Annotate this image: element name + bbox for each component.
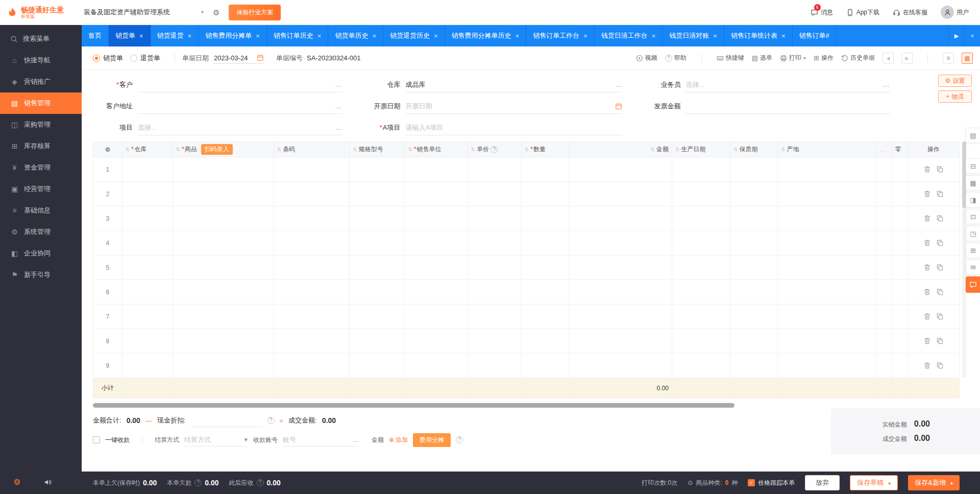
sort-icon[interactable]: ⇅: [471, 147, 475, 152]
grid-cell[interactable]: [405, 329, 468, 354]
grid-cell[interactable]: [122, 304, 173, 329]
grid-cell[interactable]: [569, 157, 672, 182]
more-icon[interactable]: …: [880, 147, 886, 153]
pick-doc-button[interactable]: ▤ 选单: [752, 54, 772, 62]
grid-cell[interactable]: [521, 304, 569, 329]
copy-row-icon[interactable]: [936, 264, 944, 271]
messages-button[interactable]: 6 消息: [811, 8, 833, 17]
prev-doc-icon[interactable]: ◀: [883, 53, 894, 64]
tab-home[interactable]: 首页: [82, 25, 109, 46]
delete-row-icon[interactable]: [923, 362, 931, 369]
grid-cell[interactable]: [778, 231, 876, 255]
grid-cell[interactable]: [876, 182, 892, 206]
grid-cell[interactable]: [876, 255, 892, 280]
grid-cell[interactable]: [569, 329, 672, 354]
sidebar-item-quick-nav[interactable]: ⌂ 快捷导航: [0, 50, 82, 71]
grid-cell[interactable]: [569, 280, 672, 304]
sort-icon[interactable]: ⇅: [126, 147, 130, 152]
grid-cell[interactable]: [876, 304, 892, 329]
grid-cell[interactable]: [274, 157, 350, 182]
grid-cell[interactable]: [173, 304, 274, 329]
grid-cell[interactable]: [468, 354, 521, 378]
tab-close-icon[interactable]: ×: [652, 32, 656, 40]
grid-cell[interactable]: [468, 280, 521, 304]
doc-type-return-radio[interactable]: 退货单: [130, 54, 160, 63]
tab-close-icon[interactable]: ×: [317, 32, 322, 40]
a-project-input[interactable]: [406, 124, 614, 131]
gear-icon[interactable]: ⚙: [213, 9, 219, 16]
grid-cell[interactable]: [122, 206, 173, 231]
grid-cell[interactable]: [569, 304, 672, 329]
grid-cell[interactable]: [405, 157, 468, 182]
grid-cell[interactable]: [730, 157, 778, 182]
grid-cell[interactable]: [173, 280, 274, 304]
tab-item[interactable]: 钱货日清对账×: [663, 25, 724, 46]
receipt-account-input[interactable]: [283, 436, 359, 443]
sort-icon[interactable]: ⇅: [408, 147, 412, 152]
grid-cell[interactable]: [521, 231, 569, 255]
grid-cell[interactable]: [468, 329, 521, 354]
question-icon[interactable]: ?: [456, 436, 463, 443]
sort-icon[interactable]: ⇅: [675, 147, 679, 152]
grid-cell[interactable]: [468, 304, 521, 329]
help-button[interactable]: ? 帮助: [665, 54, 687, 62]
grid-cell[interactable]: [122, 255, 173, 280]
grid-cell[interactable]: [672, 255, 730, 280]
grid-cell[interactable]: [350, 304, 405, 329]
horizontal-scrollbar[interactable]: [93, 403, 960, 408]
copy-row-icon[interactable]: [936, 288, 944, 296]
grid-cell[interactable]: [521, 157, 569, 182]
grid-cell[interactable]: [569, 354, 672, 378]
grid-cell[interactable]: [876, 231, 892, 255]
tab-close-icon[interactable]: ×: [583, 32, 587, 40]
grid-cell[interactable]: [672, 329, 730, 354]
sidebar-item-system[interactable]: ⚙ 系统管理: [0, 221, 82, 243]
tab-close-all-icon[interactable]: ×: [964, 25, 980, 46]
question-icon[interactable]: ?: [194, 479, 202, 486]
grid-cell[interactable]: [405, 304, 468, 329]
online-service-button[interactable]: 在线客服: [893, 8, 927, 17]
grid-cell[interactable]: [892, 157, 908, 182]
delete-row-icon[interactable]: [923, 313, 931, 320]
grid-cell[interactable]: [468, 255, 521, 280]
sort-icon[interactable]: ⇅: [176, 147, 180, 152]
delete-row-icon[interactable]: [923, 166, 931, 173]
grid-cell[interactable]: [274, 329, 350, 354]
grid-cell[interactable]: [892, 354, 908, 378]
grid-cell[interactable]: [468, 157, 521, 182]
side-tool-button[interactable]: ◨: [966, 192, 980, 207]
grid-cell[interactable]: [569, 206, 672, 231]
tab-item[interactable]: 销售费用分摊单×: [199, 25, 267, 46]
grid-cell[interactable]: [892, 329, 908, 354]
hotkeys-button[interactable]: 快捷键: [717, 54, 744, 62]
settings-button[interactable]: ⚙设置: [938, 75, 972, 87]
more-icon[interactable]: …: [335, 103, 342, 109]
grid-cell[interactable]: [350, 354, 405, 378]
delete-row-icon[interactable]: [923, 264, 931, 271]
scan-entry-button[interactable]: 扫码录入: [201, 144, 233, 155]
grid-cell[interactable]: [778, 304, 876, 329]
grid-cell[interactable]: [876, 329, 892, 354]
grid-cell[interactable]: [173, 206, 274, 231]
tab-item[interactable]: 销货单历史×: [328, 25, 383, 46]
copy-row-icon[interactable]: [936, 313, 944, 320]
question-icon[interactable]: ?: [257, 479, 264, 486]
tab-sales-order[interactable]: 销货单 ×: [109, 25, 151, 46]
grid-cell[interactable]: [569, 255, 672, 280]
grid-cell[interactable]: [521, 182, 569, 206]
grid-cell[interactable]: [173, 354, 274, 378]
question-icon[interactable]: ?: [491, 146, 498, 153]
tab-close-icon[interactable]: ×: [781, 32, 786, 40]
grid-cell[interactable]: [405, 280, 468, 304]
grid-cell[interactable]: [350, 206, 405, 231]
side-chat-button[interactable]: [966, 276, 980, 293]
doc-type-sale-radio[interactable]: 销货单: [93, 54, 123, 63]
warehouse-input[interactable]: [406, 81, 614, 88]
sort-icon[interactable]: ⇅: [353, 147, 357, 152]
side-tool-button[interactable]: ⊡: [966, 209, 980, 224]
sidebar-item-search-menu[interactable]: 搜索菜单: [0, 28, 82, 50]
sidebar-item-sales[interactable]: ▤ 销售管理: [0, 92, 82, 114]
tab-close-icon[interactable]: ×: [434, 32, 438, 40]
grid-cell[interactable]: [274, 255, 350, 280]
grid-cell[interactable]: [521, 354, 569, 378]
